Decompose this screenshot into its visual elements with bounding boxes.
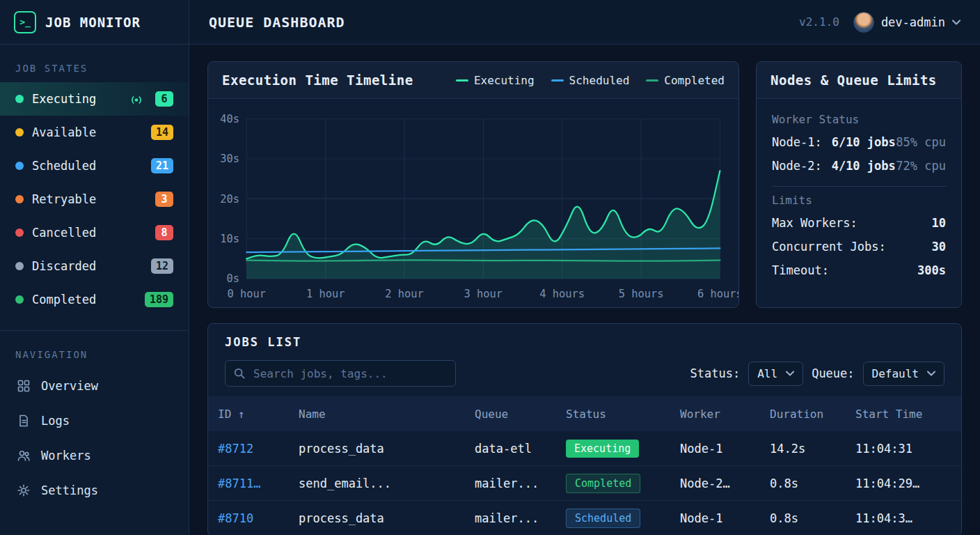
sidebar-item-settings[interactable]: Settings xyxy=(0,473,189,508)
gear-icon xyxy=(17,483,31,497)
sidebar-state-discarded[interactable]: Discarded12 xyxy=(0,249,189,283)
state-label: Available xyxy=(32,125,143,139)
column-header-3[interactable]: Status xyxy=(566,408,680,421)
node-status-row: Node-2:4/10 jobs72% cpu xyxy=(772,154,946,178)
svg-text:3 hour: 3 hour xyxy=(464,288,503,300)
svg-text:4 hours: 4 hours xyxy=(539,288,585,300)
legend-swatch xyxy=(646,79,658,82)
job-row[interactable]: #8710process_datamailer...ScheduledNode-… xyxy=(208,501,961,535)
nodes-card-title: Nodes & Queue Limits xyxy=(770,72,937,88)
sidebar-state-executing[interactable]: Executing6 xyxy=(0,82,189,116)
chevron-down-icon xyxy=(786,371,794,376)
dashboard-main: Execution Time Timeline ExecutingSchedul… xyxy=(189,45,980,535)
job-name: send_email... xyxy=(299,476,475,490)
job-status-cell: Scheduled xyxy=(566,509,680,528)
limit-label: Concurrent Jobs: xyxy=(772,240,886,254)
user-menu[interactable]: dev-admin xyxy=(853,12,961,33)
page-title: QUEUE DASHBOARD xyxy=(209,14,345,31)
state-dot xyxy=(15,295,24,304)
column-header-1[interactable]: Name xyxy=(299,408,475,421)
limit-row: Concurrent Jobs:30 xyxy=(772,235,946,258)
main-column: QUEUE DASHBOARD v2.1.0 dev-admin Executi… xyxy=(189,0,980,535)
job-queue: data-etl xyxy=(475,442,566,456)
sidebar-state-scheduled[interactable]: Scheduled21 xyxy=(0,149,189,183)
queue-filter-select[interactable]: Default xyxy=(863,362,945,386)
sidebar-state-completed[interactable]: Completed189 xyxy=(0,283,189,316)
nav-item-label: Overview xyxy=(41,379,98,393)
legend-scheduled[interactable]: Scheduled xyxy=(551,74,630,87)
job-id-link[interactable]: #8711… xyxy=(218,476,299,490)
node-status-list: Node-1:6/10 jobs85% cpuNode-2:4/10 jobs7… xyxy=(772,130,946,178)
sidebar-state-retryable[interactable]: Retryable3 xyxy=(0,183,189,216)
job-duration: 14.2s xyxy=(770,442,855,456)
legend-executing[interactable]: Executing xyxy=(456,74,535,87)
status-filter-select[interactable]: All xyxy=(748,362,803,386)
jobs-list-title: JOBS LIST xyxy=(225,335,945,349)
queue-filter-label: Queue: xyxy=(812,366,854,380)
node-jobs: 4/10 jobs xyxy=(832,159,896,173)
navigation-list: OverviewLogsWorkersSettings xyxy=(0,369,189,508)
job-duration: 0.8s xyxy=(770,476,855,490)
jobs-card: JOBS LIST Status: All Que xyxy=(207,323,962,535)
status-filter-label: Status: xyxy=(690,366,741,380)
column-header-5[interactable]: Duration xyxy=(770,408,855,421)
sidebar-item-overview[interactable]: Overview xyxy=(0,369,189,403)
nav-item-label: Settings xyxy=(41,483,98,497)
limit-value: 300s xyxy=(917,263,946,277)
svg-text:40s: 40s xyxy=(220,113,239,125)
limits-label: Limits xyxy=(772,194,946,207)
sidebar-state-cancelled[interactable]: Cancelled8 xyxy=(0,216,189,249)
jobs-table-header: ID ↑NameQueueStatusWorkerDurationStart T… xyxy=(208,396,961,431)
svg-text:1 hour: 1 hour xyxy=(306,288,345,300)
state-count-badge: 8 xyxy=(155,225,173,240)
svg-text:10s: 10s xyxy=(220,233,239,245)
state-dot xyxy=(15,228,24,237)
state-count-badge: 12 xyxy=(151,258,173,274)
chevron-down-icon xyxy=(952,20,961,25)
limit-value: 10 xyxy=(932,216,946,230)
job-id-link[interactable]: #8710 xyxy=(218,511,299,525)
legend-swatch xyxy=(456,79,468,82)
sidebar-item-workers[interactable]: Workers xyxy=(0,438,189,473)
username: dev-admin xyxy=(881,15,945,29)
job-row[interactable]: #8712process_datadata-etlExecutingNode-1… xyxy=(208,431,961,466)
search-input[interactable] xyxy=(252,366,447,381)
state-label: Retryable xyxy=(32,192,147,206)
state-count-badge: 189 xyxy=(145,292,173,307)
state-count-badge: 14 xyxy=(151,125,173,140)
search-box[interactable] xyxy=(225,360,456,387)
job-id-link[interactable]: #8712 xyxy=(218,442,299,456)
nav-item-label: Workers xyxy=(41,449,91,463)
node-cpu: 72% cpu xyxy=(896,159,946,173)
job-row[interactable]: #8711…send_email...mailer...CompletedNod… xyxy=(208,466,961,501)
legend-swatch xyxy=(551,79,564,82)
job-worker: Node-1 xyxy=(680,511,770,525)
terminal-glyph: >_ xyxy=(19,17,31,27)
job-worker: Node-2… xyxy=(680,476,770,490)
header: QUEUE DASHBOARD v2.1.0 dev-admin xyxy=(189,0,980,45)
navigation-label: NAVIGATION xyxy=(0,331,189,369)
timeline-card: Execution Time Timeline ExecutingSchedul… xyxy=(207,61,739,308)
column-header-0[interactable]: ID ↑ xyxy=(218,408,299,421)
column-header-6[interactable]: Start Time xyxy=(855,408,961,421)
limit-label: Max Workers: xyxy=(772,216,858,230)
sidebar-state-available[interactable]: Available14 xyxy=(0,116,189,149)
svg-text:2 hour: 2 hour xyxy=(385,288,423,300)
version-label: v2.1.0 xyxy=(799,15,839,29)
state-dot xyxy=(15,262,24,270)
job-start-time: 11:04:29… xyxy=(855,476,961,490)
column-header-4[interactable]: Worker xyxy=(680,408,770,421)
status-badge: Scheduled xyxy=(566,509,640,528)
status-badge: Executing xyxy=(566,440,639,458)
state-dot xyxy=(15,162,24,170)
limits-list: Max Workers:10Concurrent Jobs:30Timeout:… xyxy=(772,211,946,282)
column-header-2[interactable]: Queue xyxy=(475,408,566,421)
state-dot xyxy=(15,95,24,103)
status-filter-value: All xyxy=(757,367,777,380)
legend-completed[interactable]: Completed xyxy=(646,74,725,87)
job-queue: mailer... xyxy=(475,511,566,525)
app-logo: >_ JOB MONITOR xyxy=(0,0,189,45)
sidebar-item-logs[interactable]: Logs xyxy=(0,403,189,438)
queue-filter-value: Default xyxy=(872,367,919,380)
top-grid: Execution Time Timeline ExecutingSchedul… xyxy=(207,61,962,308)
